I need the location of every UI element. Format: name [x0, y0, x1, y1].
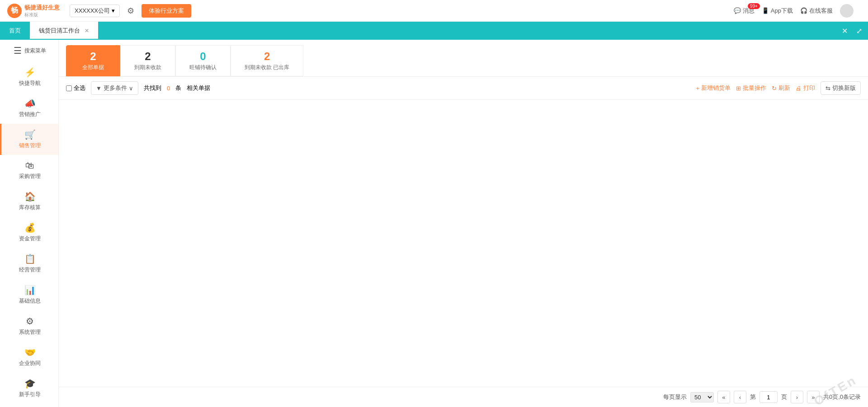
- sidebar-item-finance[interactable]: 💰 资金管理: [0, 217, 58, 248]
- newbie-label: 新手引导: [19, 391, 41, 398]
- pagination: 每页显示 50 100 200 « ‹ 第 页 › » 共0页,0条记录: [59, 387, 868, 407]
- next-page-button[interactable]: ›: [791, 391, 803, 403]
- message-badge: 99+: [748, 3, 760, 9]
- sidebar-item-search-menu[interactable]: ☰ 搜索菜单: [0, 40, 58, 61]
- logo-area: 畅 畅捷通好生意 标准版: [7, 4, 66, 18]
- main-layout: ☰ 搜索菜单 ⚡ 快捷导航 📣 营销推广 🛒 销售管理 🛍 采购管理 🏠 库存核…: [0, 40, 868, 407]
- sidebar-item-purchase[interactable]: 🛍 采购管理: [0, 155, 58, 186]
- last-page-button[interactable]: »: [807, 391, 820, 403]
- total-records: 共0页,0条记录: [823, 393, 861, 401]
- gear-icon: ⚙: [127, 6, 134, 16]
- batch-icon: ⊞: [736, 85, 741, 92]
- message-button[interactable]: 💬 消息 99+: [734, 7, 755, 15]
- per-page-select[interactable]: 50 100 200: [690, 392, 714, 402]
- stat-label-shipped: 到期未收款 已出库: [245, 64, 289, 71]
- count-number: 0: [167, 85, 170, 92]
- header-left: 畅 畅捷通好生意 标准版 XXXXXX公司 ▾ ⚙ 体验行业方案: [7, 4, 191, 18]
- sidebar-item-inventory[interactable]: 🏠 库存核算: [0, 186, 58, 217]
- stats-bar: 2 全部单据 2 到期未收款 0 旺铺待确认 2 到期未收款 已出库: [59, 40, 868, 77]
- toolbar-right: + 新增销货单 ⊞ 批量操作 ↻ 刷新 🖨 打印 ⇆ 切换新版: [696, 81, 861, 95]
- finance-label: 资金管理: [19, 235, 41, 243]
- home-tab-label: 首页: [9, 27, 21, 35]
- logo-icon: 畅: [7, 4, 22, 18]
- sidebar-item-marketing[interactable]: 📣 营销推广: [0, 93, 58, 124]
- purchase-label: 采购管理: [19, 173, 41, 180]
- add-sales-order-button[interactable]: + 新增销货单: [696, 84, 731, 92]
- toolbar: 全选 ▼ 更多条件 ∨ 共找到 0 条 相关单据 + 新增销货单 ⊞ 批量操作: [59, 77, 868, 100]
- sidebar-item-quick-nav[interactable]: ⚡ 快捷导航: [0, 61, 58, 93]
- app-download-button[interactable]: 📱 App下载: [762, 7, 793, 15]
- count-unit: 条: [175, 84, 181, 92]
- stat-label-pending: 旺铺待确认: [189, 64, 217, 71]
- tab-qianhuoday[interactable]: 钱货日清工作台 ✕: [30, 22, 98, 40]
- tab-expand-area: ✕ ⤢: [839, 25, 868, 36]
- stat-tab-shipped[interactable]: 2 到期未收款 已出库: [231, 45, 303, 76]
- settings-button[interactable]: ⚙: [123, 4, 138, 18]
- online-service-button[interactable]: 🎧 在线客服: [800, 7, 833, 15]
- stat-num-shipped: 2: [264, 50, 270, 63]
- search-menu-icon: ☰: [14, 45, 22, 56]
- avatar[interactable]: [840, 4, 854, 18]
- top-header: 畅 畅捷通好生意 标准版 XXXXXX公司 ▾ ⚙ 体验行业方案 💬 消息 99…: [0, 0, 868, 22]
- stat-tab-all[interactable]: 2 全部单据: [66, 45, 120, 76]
- trial-button[interactable]: 体验行业方案: [142, 4, 191, 18]
- management-label: 经营管理: [19, 266, 41, 274]
- company-selector[interactable]: XXXXXX公司 ▾: [70, 5, 120, 17]
- sales-label: 销售管理: [19, 142, 41, 150]
- stats-tabs: 2 全部单据 2 到期未收款 0 旺铺待确认 2 到期未收款 已出库: [66, 45, 861, 76]
- sidebar-item-sales[interactable]: 🛒 销售管理: [0, 124, 58, 155]
- add-icon: +: [696, 85, 699, 92]
- sales-icon: 🛒: [24, 129, 36, 140]
- inventory-icon: 🏠: [24, 191, 36, 202]
- window-close-icon[interactable]: ✕: [839, 25, 850, 36]
- print-button[interactable]: 🖨 打印: [796, 84, 815, 92]
- select-all-checkbox-area[interactable]: 全选: [66, 84, 85, 92]
- service-icon: 🎧: [800, 7, 807, 14]
- refresh-label: 刷新: [778, 84, 790, 92]
- prev-page-button[interactable]: ‹: [734, 391, 746, 403]
- first-page-button[interactable]: «: [717, 391, 730, 403]
- header-right: 💬 消息 99+ 📱 App下载 🎧 在线客服: [734, 4, 861, 18]
- sidebar-item-management[interactable]: 📋 经营管理: [0, 248, 58, 279]
- filter-button[interactable]: ▼ 更多条件 ∨: [91, 81, 138, 95]
- table-area: [59, 100, 868, 387]
- related-label: 相关单据: [187, 84, 210, 92]
- logo-text: 畅捷通好生意 标准版: [24, 4, 60, 18]
- refresh-button[interactable]: ↻ 刷新: [772, 84, 790, 92]
- sidebar: ☰ 搜索菜单 ⚡ 快捷导航 📣 营销推广 🛒 销售管理 🛍 采购管理 🏠 库存核…: [0, 40, 59, 407]
- management-icon: 📋: [24, 253, 36, 264]
- marketing-label: 营销推广: [19, 111, 41, 118]
- print-label: 打印: [803, 84, 815, 92]
- tab-close-icon[interactable]: ✕: [85, 28, 89, 34]
- finance-icon: 💰: [24, 222, 36, 233]
- stat-tab-pending[interactable]: 0 旺铺待确认: [175, 45, 231, 76]
- add-label: 新增销货单: [701, 84, 731, 92]
- sidebar-item-system[interactable]: ⚙ 系统管理: [0, 310, 58, 342]
- refresh-icon: ↻: [772, 85, 777, 92]
- app-label: App下载: [771, 7, 793, 15]
- stat-label-overdue: 到期未收款: [134, 64, 161, 71]
- tab-home[interactable]: 首页: [0, 22, 30, 40]
- switch-label: 切换新版: [832, 84, 856, 92]
- sidebar-item-enterprise[interactable]: 🤝 企业协同: [0, 342, 58, 373]
- logo-title: 畅捷通好生意: [24, 4, 60, 12]
- system-label: 系统管理: [19, 328, 41, 336]
- select-all-checkbox[interactable]: [66, 85, 72, 91]
- window-expand-icon[interactable]: ⤢: [854, 25, 864, 36]
- marketing-icon: 📣: [24, 98, 36, 109]
- newbie-icon: 🎓: [24, 378, 36, 389]
- inventory-label: 库存核算: [19, 204, 41, 211]
- page-number-input[interactable]: [760, 391, 778, 403]
- sidebar-item-app-center[interactable]: 🗂 应用中心: [0, 404, 58, 407]
- sidebar-item-basic-info[interactable]: 📊 基础信息: [0, 279, 58, 310]
- basic-info-icon: 📊: [24, 285, 36, 295]
- batch-operation-button[interactable]: ⊞ 批量操作: [736, 84, 766, 92]
- count-prefix: 共找到: [144, 84, 161, 92]
- stat-tab-overdue[interactable]: 2 到期未收款: [120, 45, 175, 76]
- filter-label: 更多条件: [104, 84, 127, 92]
- switch-version-button[interactable]: ⇆ 切换新版: [821, 81, 861, 95]
- print-icon: 🖨: [796, 85, 802, 92]
- stat-num-pending: 0: [200, 50, 206, 63]
- search-menu-label: 搜索菜单: [24, 47, 46, 55]
- sidebar-item-newbie[interactable]: 🎓 新手引导: [0, 373, 58, 404]
